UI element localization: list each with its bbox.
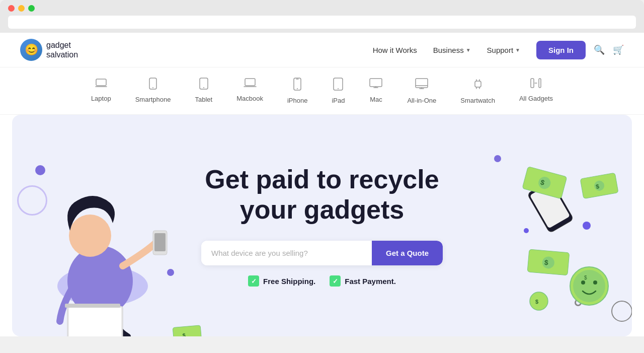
all-gadgets-icon bbox=[529, 78, 542, 92]
nav-how-it-works[interactable]: How it Works bbox=[373, 46, 417, 54]
tablet-icon bbox=[199, 78, 208, 93]
svg-text:$: $ bbox=[584, 275, 587, 280]
svg-rect-10 bbox=[370, 79, 382, 87]
all-in-one-icon bbox=[415, 78, 429, 94]
mac-icon bbox=[369, 78, 383, 93]
hero-title: Get paid to recycle your gadgets bbox=[205, 165, 439, 225]
search-bar: Get a Quote bbox=[201, 241, 443, 265]
get-quote-button[interactable]: Get a Quote bbox=[372, 241, 443, 265]
header: 😊 gadget salvation How it Works Business… bbox=[0, 33, 644, 67]
left-illustration: $ $ $ bbox=[12, 125, 213, 336]
svg-point-45 bbox=[593, 280, 597, 285]
svg-rect-27 bbox=[173, 325, 202, 336]
right-illustration: $ $ $ $ bbox=[501, 145, 632, 326]
iphone-icon bbox=[293, 78, 301, 94]
svg-point-7 bbox=[297, 88, 298, 89]
svg-point-15 bbox=[69, 215, 111, 257]
main-nav: How it Works Business ▼ Support ▼ bbox=[373, 46, 520, 54]
category-smartphone[interactable]: Smartphone bbox=[123, 74, 183, 108]
category-nav: Laptop Smartphone Tablet Macbook iPhone bbox=[0, 67, 644, 115]
svg-point-43 bbox=[573, 270, 605, 302]
laptop-icon bbox=[95, 78, 107, 92]
device-search-input[interactable] bbox=[201, 241, 372, 265]
page: 😊 gadget salvation How it Works Business… bbox=[0, 33, 644, 336]
svg-rect-0 bbox=[96, 79, 106, 86]
browser-bar bbox=[8, 16, 636, 33]
nav-business[interactable]: Business ▼ bbox=[433, 46, 471, 54]
category-all-in-one[interactable]: All-in-One bbox=[395, 74, 448, 108]
dot-green[interactable] bbox=[28, 5, 35, 12]
ipad-icon bbox=[333, 78, 343, 94]
svg-point-2 bbox=[152, 87, 153, 88]
svg-rect-11 bbox=[416, 79, 428, 88]
svg-point-51 bbox=[612, 301, 632, 321]
nav-support[interactable]: Support ▼ bbox=[487, 46, 520, 54]
svg-rect-17 bbox=[154, 233, 166, 251]
category-laptop[interactable]: Laptop bbox=[79, 74, 123, 108]
svg-text:$: $ bbox=[535, 299, 538, 305]
svg-point-47 bbox=[530, 292, 548, 310]
perk-payment: Fast Payment. bbox=[330, 275, 396, 287]
category-ipad[interactable]: iPad bbox=[319, 74, 357, 108]
category-macbook[interactable]: Macbook bbox=[224, 74, 275, 108]
svg-rect-20 bbox=[69, 308, 121, 336]
svg-point-49 bbox=[583, 222, 591, 230]
svg-rect-19 bbox=[65, 304, 120, 308]
search-icon: 🔍 bbox=[594, 45, 605, 55]
cart-button[interactable]: 🛒 bbox=[613, 44, 624, 55]
deco-circle-4 bbox=[494, 155, 501, 162]
svg-point-4 bbox=[203, 87, 204, 88]
search-button[interactable]: 🔍 bbox=[594, 44, 605, 55]
perks-row: Free Shipping. Fast Payment. bbox=[248, 275, 396, 287]
svg-text:$: $ bbox=[544, 258, 548, 267]
category-tablet[interactable]: Tablet bbox=[183, 74, 224, 108]
url-bar[interactable] bbox=[8, 16, 636, 29]
svg-point-9 bbox=[338, 88, 339, 89]
category-iphone[interactable]: iPhone bbox=[275, 74, 319, 108]
sign-in-button[interactable]: Sign In bbox=[536, 41, 586, 59]
perk-shipping: Free Shipping. bbox=[248, 275, 315, 287]
support-dropdown-arrow: ▼ bbox=[515, 47, 520, 53]
header-actions: Sign In 🔍 🛒 bbox=[536, 41, 624, 59]
smartphone-icon bbox=[149, 78, 157, 93]
category-all-gadgets[interactable]: All Gadgets bbox=[507, 74, 565, 108]
dot-yellow[interactable] bbox=[18, 5, 25, 12]
cart-icon: 🛒 bbox=[613, 45, 624, 55]
dot-red[interactable] bbox=[8, 5, 15, 12]
logo-area[interactable]: 😊 gadget salvation bbox=[20, 39, 78, 61]
svg-point-50 bbox=[524, 228, 529, 233]
svg-rect-5 bbox=[245, 79, 255, 86]
category-mac[interactable]: Mac bbox=[357, 74, 395, 108]
hero-section: $ $ $ bbox=[12, 115, 632, 336]
browser-chrome bbox=[0, 0, 644, 33]
svg-point-44 bbox=[581, 280, 585, 285]
smartwatch-icon bbox=[473, 78, 482, 94]
payment-check-icon bbox=[330, 275, 341, 287]
svg-rect-12 bbox=[475, 81, 481, 87]
category-smartwatch[interactable]: Smartwatch bbox=[448, 74, 507, 108]
browser-dots bbox=[8, 5, 636, 12]
business-dropdown-arrow: ▼ bbox=[466, 47, 471, 53]
svg-text:$: $ bbox=[182, 332, 186, 336]
logo-text: gadget salvation bbox=[46, 40, 78, 59]
logo-icon: 😊 bbox=[20, 39, 42, 61]
macbook-icon bbox=[244, 78, 257, 92]
shipping-check-icon bbox=[248, 275, 259, 287]
